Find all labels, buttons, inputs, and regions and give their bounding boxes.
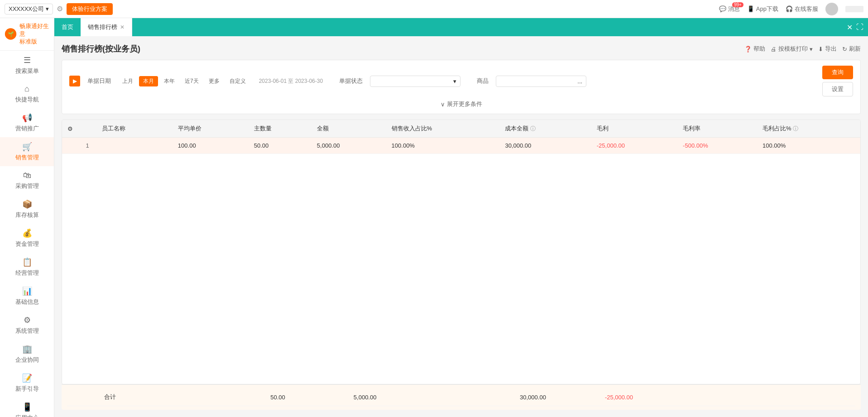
- status-select[interactable]: ▾: [370, 76, 460, 87]
- top-bar: XXXXXX公司 ▾ ⚙ 体验行业方案 💬 消息 99+ 📱 App下载 🎧 在…: [0, 0, 868, 18]
- app-download-button[interactable]: 📱 App下载: [747, 5, 778, 13]
- sidebar: 🌱 畅康通好生意 标准版 ☰ 搜索菜单 ⌂ 快捷导航 📢 营销推广 🛒 销售管理…: [0, 18, 54, 417]
- print-icon: 🖨: [771, 46, 777, 53]
- summary-amount: 5,000.00: [348, 388, 432, 406]
- goods-select[interactable]: ...: [496, 76, 586, 87]
- cell-avg-price: 100.00: [173, 138, 249, 154]
- chevron-right-icon: ▶: [73, 78, 77, 84]
- filter-toggle-button[interactable]: ▶: [69, 76, 80, 86]
- col-gross: 毛利: [591, 120, 677, 138]
- select-chevron-icon: ▾: [453, 78, 456, 85]
- date-tab-custom[interactable]: 自定义: [225, 76, 250, 86]
- sidebar-item-label: 经营管理: [15, 269, 39, 277]
- filter-area: ▶ 单据日期 上月 本月 本年 近7天 更多 自定义 2023-06-01 至 …: [62, 60, 861, 114]
- tab-sales-ranking[interactable]: 销售排行榜 ✕: [81, 18, 132, 36]
- tab-close-icon[interactable]: ✕: [120, 24, 125, 30]
- sidebar-item-system[interactable]: ⚙ 系统管理: [0, 311, 54, 340]
- online-service-button[interactable]: 🎧 在线客服: [786, 5, 818, 13]
- sidebar-item-purchase[interactable]: 🛍 采购管理: [0, 166, 54, 195]
- tab-right-actions: ✕ ⛶: [847, 23, 868, 32]
- guide-icon: 📝: [22, 373, 32, 383]
- col-avg-price: 平均单价: [173, 120, 249, 138]
- goods-filter-label: 商品: [477, 77, 489, 85]
- date-tab-7-days[interactable]: 近7天: [181, 76, 203, 86]
- table-container: ⚙ 员工名称 平均单价 主数量: [62, 120, 861, 384]
- date-range-display: 2023-06-01 至 2023-06-30: [259, 77, 323, 85]
- sidebar-item-label: 库存核算: [15, 211, 39, 219]
- message-button[interactable]: 💬 消息 99+: [719, 5, 740, 13]
- sidebar-item-search[interactable]: ☰ 搜索菜单: [0, 51, 54, 80]
- date-filter-label: 单据日期: [87, 77, 111, 85]
- cell-quantity: 50.00: [249, 138, 312, 154]
- sidebar-item-basic[interactable]: 📊 基础信息: [0, 282, 54, 311]
- date-tab-more[interactable]: 更多: [205, 76, 224, 86]
- company-select[interactable]: XXXXXX公司 ▾: [5, 4, 53, 14]
- summary-sales-pct-col: [431, 388, 514, 406]
- tab-close-window-icon[interactable]: ✕: [847, 23, 853, 32]
- refresh-button[interactable]: ↻ 刷新: [842, 45, 861, 53]
- avatar[interactable]: [825, 3, 838, 15]
- settings-button[interactable]: 设置: [822, 82, 853, 96]
- summary-row: 合计 50.00 5,000.00 30,000.00 -25,000.00: [67, 388, 855, 406]
- col-name: 员工名称: [96, 120, 173, 138]
- sidebar-item-inventory[interactable]: 📦 库存核算: [0, 195, 54, 224]
- help-button[interactable]: ❓ 帮助: [744, 45, 765, 53]
- goods-more-icon: ...: [577, 78, 582, 85]
- col-settings[interactable]: ⚙: [62, 120, 78, 138]
- gear-icon[interactable]: ⚙: [57, 5, 63, 13]
- export-button[interactable]: ⬇ 导出: [818, 45, 837, 53]
- col-cost: 成本全额 ⓘ: [499, 120, 591, 138]
- sidebar-logo: 🌱 畅康通好生意 标准版: [0, 18, 54, 51]
- help-icon: ❓: [744, 46, 752, 53]
- expand-more-button[interactable]: ∨ 展开更多条件: [441, 100, 482, 108]
- summary-row-table: 合计 50.00 5,000.00 30,000.00 -25,000.00: [67, 388, 855, 406]
- sidebar-item-label: 资金管理: [15, 240, 39, 248]
- date-tab-last-month[interactable]: 上月: [118, 76, 137, 86]
- sidebar-item-shortcut[interactable]: ⌂ 快捷导航: [0, 80, 54, 108]
- sidebar-item-label: 企业协同: [15, 356, 39, 364]
- col-quantity: 主数量: [249, 120, 312, 138]
- print-button[interactable]: 🖨 按模板打印 ▾: [771, 45, 813, 53]
- query-btn-area: 查询 设置: [822, 66, 853, 96]
- page-header: 销售排行榜(按业务员) ❓ 帮助 🖨 按模板打印 ▾ ⬇ 导出: [62, 43, 861, 54]
- sidebar-item-label: 采购管理: [15, 182, 39, 190]
- sidebar-item-label: 新手引导: [15, 385, 39, 393]
- table-settings-icon[interactable]: ⚙: [67, 125, 73, 132]
- inventory-icon: 📦: [22, 199, 32, 209]
- expand-chevron-icon: ∨: [441, 101, 445, 108]
- date-tab-this-year[interactable]: 本年: [160, 76, 179, 86]
- query-button[interactable]: 查询: [822, 66, 853, 79]
- sidebar-item-enterprise[interactable]: 🏢 企业协同: [0, 340, 54, 369]
- date-tab-this-month[interactable]: 本月: [139, 76, 158, 86]
- col-sales-pct: 销售收入占比%: [386, 120, 500, 138]
- try-industry-button[interactable]: 体验行业方案: [67, 3, 113, 15]
- home-icon: ⌂: [24, 84, 29, 94]
- marketing-icon: 📢: [22, 113, 32, 123]
- col-gross-rate: 毛利率: [677, 120, 757, 138]
- tab-home-label: 首页: [62, 23, 73, 31]
- summary-gross-rate-col: [689, 388, 772, 406]
- ranking-table: ⚙ 员工名称 平均单价 主数量: [62, 120, 860, 154]
- sidebar-item-guide[interactable]: 📝 新手引导: [0, 369, 54, 398]
- tab-bar: 首页 销售排行榜 ✕ ✕ ⛶: [54, 18, 868, 36]
- gross-pct-info-icon[interactable]: ⓘ: [793, 125, 798, 132]
- sidebar-item-label: 销售管理: [15, 153, 39, 162]
- tab-maximize-icon[interactable]: ⛶: [856, 23, 863, 31]
- date-tabs: 上月 本月 本年 近7天 更多 自定义: [118, 76, 250, 86]
- sidebar-item-operation[interactable]: 📋 经营管理: [0, 253, 54, 282]
- page-content: 销售排行榜(按业务员) ❓ 帮助 🖨 按模板打印 ▾ ⬇ 导出: [54, 36, 868, 417]
- sidebar-item-finance[interactable]: 💰 资金管理: [0, 224, 54, 253]
- logo-text: 畅康通好生意 标准版: [19, 23, 49, 46]
- sidebar-item-sales[interactable]: 🛒 销售管理: [0, 137, 54, 166]
- system-icon: ⚙: [24, 315, 31, 325]
- summary-gross-pct-col: [772, 388, 855, 406]
- cell-settings: [62, 138, 78, 154]
- cost-info-icon[interactable]: ⓘ: [530, 125, 536, 132]
- tab-home[interactable]: 首页: [54, 18, 81, 36]
- sidebar-item-marketing[interactable]: 📢 营销推广: [0, 108, 54, 137]
- sidebar-item-apps[interactable]: 📱 应用中心: [0, 398, 54, 417]
- sidebar-item-label: 搜索菜单: [15, 67, 39, 75]
- table-row: 1 100.00 50.00 5,000.00 100.00% 30,000.0…: [62, 138, 860, 154]
- cell-name: [96, 138, 173, 154]
- print-chevron-icon: ▾: [810, 46, 813, 53]
